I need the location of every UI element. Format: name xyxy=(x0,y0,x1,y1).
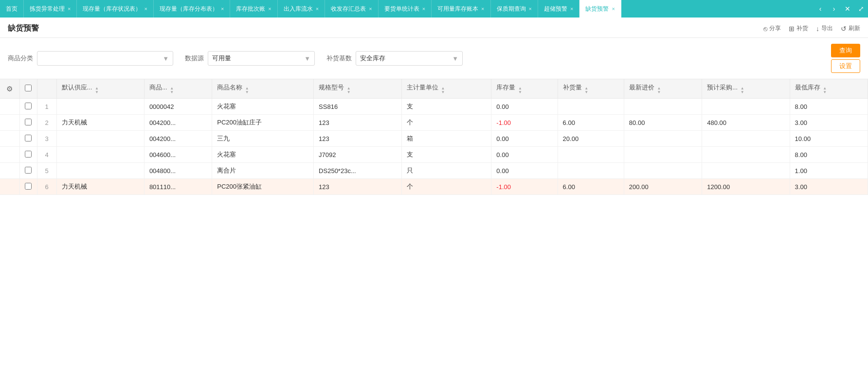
close-icon[interactable]: × xyxy=(529,6,532,12)
row-min-stock: 10.00 xyxy=(790,131,868,147)
row-checkbox[interactable] xyxy=(25,167,32,174)
close-icon[interactable]: × xyxy=(221,6,224,12)
row-checkbox-cell[interactable] xyxy=(19,131,37,147)
row-checkbox-cell[interactable] xyxy=(19,115,37,131)
row-latest-price xyxy=(624,163,702,179)
close-icon[interactable]: × xyxy=(422,6,425,12)
row-stock: 0.00 xyxy=(491,131,558,147)
replenish-basis-value: 安全库存 xyxy=(360,54,385,63)
tab-requisition-stats[interactable]: 要货单统计表 × xyxy=(379,0,432,18)
tab-prev-button[interactable]: ‹ xyxy=(814,0,827,18)
tab-batch-account[interactable]: 库存批次账 × xyxy=(230,0,277,18)
row-unit: 个 xyxy=(401,115,491,131)
close-icon[interactable]: × xyxy=(144,6,147,12)
datasource-label: 数据源 xyxy=(185,54,204,63)
row-replenish-qty xyxy=(558,147,624,163)
row-checkbox[interactable] xyxy=(25,103,32,109)
tab-picking-exception[interactable]: 拣货异常处理 × xyxy=(24,0,77,18)
row-estimated-purchase xyxy=(702,99,790,115)
tab-close-button[interactable]: ✕ xyxy=(841,0,854,18)
share-button[interactable]: ⎋ 分享 xyxy=(763,24,781,33)
column-checkbox[interactable] xyxy=(19,79,37,99)
table-row: 3 004200... 三九 123 箱 0.00 20.00 10.00 xyxy=(0,131,868,147)
tab-home[interactable]: 首页 xyxy=(0,0,24,18)
category-select[interactable]: ▼ xyxy=(37,51,173,66)
row-product-name: PC200油缸庄子 xyxy=(212,115,314,131)
row-product-code: 004600... xyxy=(144,147,212,163)
query-button[interactable]: 查询 xyxy=(831,44,860,57)
sort-arrows-icon: ▲▼ xyxy=(95,87,99,94)
tab-overstock-warning[interactable]: 超储预警 × xyxy=(538,0,579,18)
filter-category-group: 商品分类 ▼ xyxy=(8,51,173,66)
tab-next-button[interactable]: › xyxy=(827,0,841,18)
tab-available-ledger[interactable]: 可用量库存账本 × xyxy=(432,0,490,18)
row-min-stock: 3.00 xyxy=(790,179,868,195)
filter-actions: 查询 设置 xyxy=(831,44,860,73)
row-number: 1 xyxy=(37,99,56,115)
datasource-select[interactable]: 可用量 ▼ xyxy=(208,51,315,66)
row-checkbox-cell[interactable] xyxy=(19,99,37,115)
column-unit[interactable]: 主计量单位 ▲▼ xyxy=(401,79,491,99)
tab-shortage-warning[interactable]: 缺货预警 × xyxy=(579,0,621,18)
close-icon[interactable]: × xyxy=(481,6,484,12)
row-checkbox-cell[interactable] xyxy=(19,147,37,163)
replenish-basis-select[interactable]: 安全库存 ▼ xyxy=(356,51,463,66)
column-spec[interactable]: 规格型号 ▲▼ xyxy=(314,79,402,99)
row-checkbox[interactable] xyxy=(25,119,32,125)
row-checkbox[interactable] xyxy=(25,135,32,141)
sort-arrows-icon: ▲▼ xyxy=(518,87,522,94)
row-number: 5 xyxy=(37,163,56,179)
table-container: ⚙ 默认供应... ▲▼ 商品... ▲▼ 商品名称 xyxy=(0,79,868,195)
column-product-code[interactable]: 商品... ▲▼ xyxy=(144,79,212,99)
table-row: 6 力天机械 801110... PC200张紧油缸 123 个 -1.00 6… xyxy=(0,179,868,195)
close-icon[interactable]: × xyxy=(68,6,71,12)
column-replenish-qty[interactable]: 补货量 ▲▼ xyxy=(558,79,624,99)
row-supplier: 力天机械 xyxy=(56,115,144,131)
close-icon[interactable]: × xyxy=(369,6,372,12)
close-icon[interactable]: × xyxy=(316,6,319,12)
refresh-button[interactable]: ↺ 刷新 xyxy=(841,24,860,33)
tab-receive-summary[interactable]: 收发存汇总表 × xyxy=(325,0,378,18)
row-checkbox-cell[interactable] xyxy=(19,179,37,195)
page-content: 缺货预警 ⎋ 分享 ⊞ 补货 ↓ 导出 ↺ 刷新 商品分类 xyxy=(0,18,868,387)
select-all-checkbox[interactable] xyxy=(25,85,32,91)
row-unit: 支 xyxy=(401,147,491,163)
row-spec: DS250*23c... xyxy=(314,163,402,179)
column-stock[interactable]: 库存量 ▲▼ xyxy=(491,79,558,99)
row-checkbox-cell[interactable] xyxy=(19,163,37,179)
column-default-supplier[interactable]: 默认供应... ▲▼ xyxy=(56,79,144,99)
close-icon[interactable]: × xyxy=(570,6,573,12)
column-min-stock[interactable]: 最低库存 ▲▼ xyxy=(790,79,868,99)
tab-stock-distribution[interactable]: 现存量（库存分布表） × xyxy=(154,0,230,18)
column-estimated-purchase[interactable]: 预计采购... ▲▼ xyxy=(702,79,790,99)
settings-button[interactable]: 设置 xyxy=(831,59,860,73)
tab-inout-flow[interactable]: 出入库流水 × xyxy=(278,0,325,18)
column-latest-price[interactable]: 最新进价 ▲▼ xyxy=(624,79,702,99)
row-checkbox[interactable] xyxy=(25,151,32,158)
row-spec: 123 xyxy=(314,131,402,147)
chevron-down-icon: ▼ xyxy=(452,55,458,62)
row-estimated-purchase xyxy=(702,131,790,147)
export-icon: ↓ xyxy=(816,25,819,33)
chevron-down-icon: ▼ xyxy=(163,55,169,62)
row-supplier xyxy=(56,163,144,179)
close-icon[interactable]: × xyxy=(612,6,615,12)
row-number: 6 xyxy=(37,179,56,195)
tab-maximize-button[interactable]: ⤢ xyxy=(854,0,868,18)
column-product-name[interactable]: 商品名称 ▲▼ xyxy=(212,79,314,99)
close-icon[interactable]: × xyxy=(268,6,271,12)
export-button[interactable]: ↓ 导出 xyxy=(816,24,833,33)
row-replenish-qty: 20.00 xyxy=(558,131,624,147)
tab-stock-status[interactable]: 现存量（库存状况表） × xyxy=(77,0,153,18)
tab-expiry-query[interactable]: 保质期查询 × xyxy=(491,0,538,18)
gear-icon[interactable]: ⚙ xyxy=(6,85,13,93)
page-header: 缺货预警 ⎋ 分享 ⊞ 补货 ↓ 导出 ↺ 刷新 xyxy=(0,18,868,38)
row-latest-price xyxy=(624,99,702,115)
column-settings[interactable]: ⚙ xyxy=(0,79,19,99)
replenish-button[interactable]: ⊞ 补货 xyxy=(789,24,808,33)
row-latest-price xyxy=(624,147,702,163)
row-spec: SS816 xyxy=(314,99,402,115)
row-supplier: 力天机械 xyxy=(56,179,144,195)
datasource-value: 可用量 xyxy=(212,54,231,63)
row-checkbox[interactable] xyxy=(25,183,32,190)
